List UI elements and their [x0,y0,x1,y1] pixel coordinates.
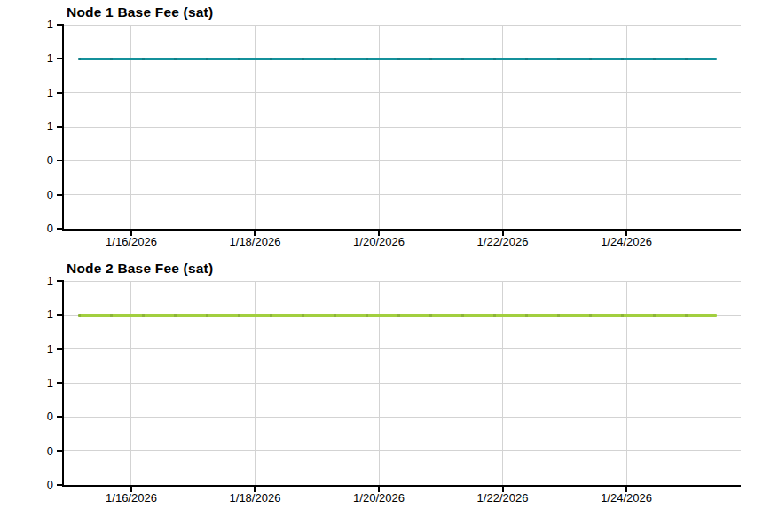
chart-node2-base-fee: Node 2 Base Fee (sat) 11110001/16/20261/… [0,256,763,532]
horizontal-gridline [64,417,741,418]
x-axis-tick-label: 1/24/2026 [578,491,675,505]
x-axis-tick-label: 1/20/2026 [330,235,428,248]
y-axis-tick-label: 0 [21,478,53,492]
y-axis-tick-label: 0 [21,222,53,236]
y-axis-tick-label: 1 [21,120,53,134]
chart-node1-base-fee: Node 1 Base Fee (sat) 11110001/16/20261/… [0,0,763,256]
horizontal-gridline [64,92,741,93]
vertical-gridline [379,281,380,485]
series-line-node-2-base-fee [78,314,717,317]
x-axis-tick-label: 1/16/2026 [83,235,180,248]
y-axis-tick [57,280,64,282]
chart-node1-plot-area: 11110001/16/20261/18/20261/20/20261/22/2… [62,25,741,231]
horizontal-gridline [64,194,741,195]
horizontal-gridline [64,383,741,384]
chart-node1-title: Node 1 Base Fee (sat) [67,4,213,20]
y-axis-tick [57,228,64,230]
y-axis-tick [57,450,64,452]
y-axis-tick [57,382,64,384]
horizontal-gridline [64,450,741,451]
vertical-gridline [626,281,627,485]
vertical-gridline [502,25,503,229]
y-axis-tick [57,314,64,316]
x-axis-tick-label: 1/24/2026 [578,235,675,248]
y-axis-tick [57,484,64,486]
vertical-gridline [130,25,131,229]
y-axis-tick [57,194,64,196]
y-axis-tick-label: 1 [21,376,53,390]
x-axis-tick-label: 1/22/2026 [454,491,552,505]
y-axis-tick-label: 1 [21,51,53,66]
y-axis-tick [57,92,64,94]
chart-node2-plot-area: 11110001/16/20261/18/20261/20/20261/22/2… [62,281,741,487]
horizontal-gridline [64,25,741,26]
y-axis-tick-label: 0 [21,188,53,202]
horizontal-gridline [64,127,741,128]
y-axis-tick [57,416,64,418]
vertical-gridline [130,281,131,485]
y-axis-tick [57,24,64,26]
x-axis-tick-label: 1/18/2026 [206,235,303,248]
y-axis-tick-label: 1 [21,342,53,356]
horizontal-gridline [64,281,741,282]
y-axis-tick-label: 1 [21,86,53,100]
y-axis-tick-label: 0 [21,410,53,424]
x-axis-tick-label: 1/16/2026 [83,491,180,505]
y-axis-tick-label: 1 [21,18,53,32]
series-line-node-1-base-fee [78,58,717,60]
x-axis-tick-label: 1/18/2026 [206,491,303,505]
horizontal-gridline [64,160,741,161]
y-axis-tick [57,160,64,161]
x-axis-tick-label: 1/22/2026 [454,235,552,248]
vertical-gridline [379,25,380,229]
y-axis-tick-label: 1 [21,274,53,288]
vertical-gridline [502,281,503,485]
vertical-gridline [626,25,627,229]
y-axis-tick [57,58,64,59]
charts-page: Node 1 Base Fee (sat) 11110001/16/20261/… [0,0,763,532]
chart-node2-title: Node 2 Base Fee (sat) [67,261,213,277]
y-axis-tick-label: 0 [21,153,53,168]
y-axis-tick-label: 0 [21,444,53,458]
vertical-gridline [255,281,256,485]
y-axis-tick [57,126,64,128]
y-axis-tick [57,348,64,350]
y-axis-tick-label: 1 [21,308,53,322]
vertical-gridline [255,25,256,229]
horizontal-gridline [64,348,741,349]
x-axis-tick-label: 1/20/2026 [330,491,428,505]
